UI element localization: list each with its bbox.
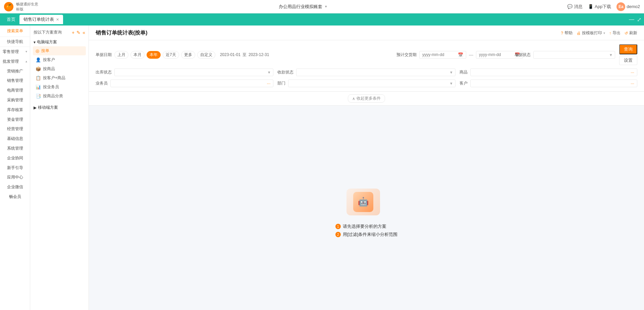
logo-text: 畅捷通好生意 标版 xyxy=(16,2,38,11)
salesperson-more-icon[interactable]: ··· xyxy=(267,81,270,86)
scheme-item-by-customer[interactable]: 👤 按客户 xyxy=(33,55,86,64)
doc-status-select[interactable]: ▾ xyxy=(533,51,615,59)
page-title: 销售订单统计表(按单) xyxy=(96,30,148,40)
sidebar-item-member[interactable]: 畅会员 xyxy=(0,192,30,202)
scheme-item-by-customer-product[interactable]: 📋 按客户+商品 xyxy=(33,73,86,83)
sidebar-item-enterprise[interactable]: 企业协同 xyxy=(0,153,30,163)
page-actions: ? 帮助 🖨 按模板打印 ▾ ↑ 导出 ↺ 刷新 xyxy=(561,30,637,39)
sidebar-item-wholesale[interactable]: 批发管理 ▴ xyxy=(0,57,30,66)
message-button[interactable]: 💬 消息 xyxy=(567,4,583,10)
collapse-button[interactable]: ∧ 收起更多条件 xyxy=(348,94,385,103)
sidebar-item-ecommerce[interactable]: 电商管理 xyxy=(0,86,30,95)
window-minimize-button[interactable]: — xyxy=(629,16,634,23)
by-customer-icon: 👤 xyxy=(36,57,41,62)
sidebar-item-system[interactable]: 系统管理 xyxy=(0,144,30,153)
customer-label: 客户 xyxy=(460,81,468,86)
salesperson-select[interactable]: ··· xyxy=(110,80,273,87)
this-year-btn[interactable]: 本年 xyxy=(147,51,161,59)
export-icon: ↑ xyxy=(609,31,611,36)
sidebar-item-operations[interactable]: 经营管理 xyxy=(0,124,30,134)
empty-hints-area: 1 请先选择要分析的方案 2 用[过滤]条件来缩小分析范围 xyxy=(335,223,397,238)
sidebar-quick-nav[interactable]: 快捷导航 xyxy=(0,37,30,47)
by-customer-product-icon: 📋 xyxy=(36,75,41,81)
custom-date-btn[interactable]: 自定义 xyxy=(197,51,215,59)
date-label: 单据日期 xyxy=(96,52,112,58)
window-maximize-button[interactable]: ⤢ xyxy=(637,16,641,23)
salesperson-col: 业务员 ··· xyxy=(96,80,273,87)
refresh-button[interactable]: ↺ 刷新 xyxy=(625,30,637,36)
help-icon: ? xyxy=(561,31,563,36)
help-button[interactable]: ? 帮助 xyxy=(561,30,573,36)
logo-icon: 🍊 xyxy=(4,2,13,11)
last-month-btn[interactable]: 上月 xyxy=(114,51,128,59)
more-date-btn[interactable]: 更多 xyxy=(181,51,195,59)
payment-status-select[interactable]: ▾ xyxy=(296,68,455,76)
workspace-selector[interactable]: 办公用品行业模拟账套 ▾ xyxy=(279,4,327,10)
collapse-up-icon: ∧ xyxy=(352,96,355,101)
tab-sales-order-stats[interactable]: 销售订单统计表 ✕ xyxy=(19,15,63,24)
product-select[interactable]: ··· xyxy=(470,68,637,76)
retail-arrow-icon: ▾ xyxy=(25,49,27,54)
calendar-start-icon[interactable]: 📅 xyxy=(458,52,463,57)
doc-status-col: 单据状态 ▾ xyxy=(515,51,615,59)
filter-area: 单据日期 上月 本月 本年 近7天 更多 自定义 2023-01-01 至 20 xyxy=(89,40,644,92)
customer-select[interactable]: ··· xyxy=(470,80,637,87)
scheme-item-by-salesperson[interactable]: 📊 按业务员 xyxy=(33,83,86,92)
product-more-icon[interactable]: ··· xyxy=(631,70,634,75)
sidebar-search[interactable]: 搜索菜单 xyxy=(0,25,30,37)
product-col: 商品 ··· xyxy=(460,68,637,76)
scheme-item-by-order[interactable]: ◎ 按单 xyxy=(33,46,86,55)
app-download-button[interactable]: 📱 App下载 xyxy=(588,4,611,10)
delivery-status-down-icon: ▾ xyxy=(268,70,270,75)
top-header: 🍊 畅捷通好生意 标版 办公用品行业模拟账套 ▾ 💬 消息 📱 App下载 Ea… xyxy=(0,0,644,13)
sidebar-item-marketing[interactable]: 营销推广 xyxy=(0,66,30,76)
content-area: 按以下方案查询 + ✎ « ▾ 电脑端方案 ◎ 按单 👤 按客 xyxy=(30,25,644,310)
filter-row-2: 出库状态 ▾ 收款状态 ▾ 商品 xyxy=(96,68,637,76)
salesperson-label: 业务员 xyxy=(96,81,108,86)
scheme-group-desktop-title[interactable]: ▾ 电脑端方案 xyxy=(33,38,86,46)
scheme-group-mobile-title[interactable]: ▶ 移动端方案 xyxy=(33,103,86,112)
tab-close-icon[interactable]: ✕ xyxy=(56,17,59,22)
expected-end-input[interactable] xyxy=(479,52,513,57)
sidebar-item-app-center[interactable]: 应用中心 xyxy=(0,172,30,182)
collapse-panel-button[interactable]: « xyxy=(83,30,85,35)
customer-more-icon[interactable]: ··· xyxy=(631,81,634,86)
expected-delivery-label: 预计交货期 xyxy=(396,52,417,58)
sidebar-item-finance[interactable]: 资金管理 xyxy=(0,115,30,124)
this-month-btn[interactable]: 本月 xyxy=(130,51,145,59)
department-select[interactable]: ▾ xyxy=(288,80,455,87)
by-category-icon: 📑 xyxy=(36,94,41,99)
header-right: 💬 消息 📱 App下载 Ea demo2 xyxy=(567,2,640,11)
add-scheme-button[interactable]: + xyxy=(72,30,74,35)
expected-start-input[interactable] xyxy=(422,52,457,57)
edit-scheme-button[interactable]: ✎ xyxy=(76,30,80,35)
sidebar-item-sales[interactable]: 销售管理 xyxy=(0,76,30,86)
department-label: 部门 xyxy=(277,81,285,86)
query-button[interactable]: 查询 xyxy=(619,44,637,54)
sidebar-item-retail[interactable]: 零售管理 ▾ xyxy=(0,47,30,57)
payment-status-col: 收款状态 ▾ xyxy=(277,68,455,76)
refresh-icon: ↺ xyxy=(625,31,628,36)
last-7-days-btn[interactable]: 近7天 xyxy=(163,51,179,59)
scheme-item-by-product[interactable]: 📦 按商品 xyxy=(33,64,86,73)
sidebar-item-newbie[interactable]: 新手引导 xyxy=(0,163,30,173)
filter-row-3: 业务员 ··· 部门 ▾ 客户 xyxy=(96,80,637,87)
scheme-item-by-category[interactable]: 📑 按商品分类 xyxy=(33,92,86,101)
sidebar-item-basic[interactable]: 基础信息 xyxy=(0,134,30,144)
tab-home[interactable]: 首页 xyxy=(3,15,19,24)
payment-status-down-icon: ▾ xyxy=(450,70,452,75)
print-icon: 🖨 xyxy=(577,31,581,36)
export-button[interactable]: ↑ 导出 xyxy=(609,30,621,36)
sidebar-item-wechat[interactable]: 企业微信 xyxy=(0,182,30,192)
collapse-bar[interactable]: ∧ 收起更多条件 xyxy=(89,92,644,106)
sidebar-item-purchase[interactable]: 采购管理 xyxy=(0,95,30,105)
user-menu-button[interactable]: Ea demo2 xyxy=(616,2,640,11)
delivery-status-label: 出库状态 xyxy=(96,69,112,75)
template-print-button[interactable]: 🖨 按模板打印 ▾ xyxy=(577,30,605,36)
scheme-group-mobile: ▶ 移动端方案 xyxy=(30,103,89,112)
tab-bar-actions: — ⤢ xyxy=(629,16,641,23)
mobile-expand-icon: ▶ xyxy=(34,105,37,110)
settings-button[interactable]: 设置 xyxy=(619,56,637,65)
sidebar-item-inventory[interactable]: 库存核算 xyxy=(0,105,30,115)
delivery-status-select[interactable]: ▾ xyxy=(114,68,273,76)
